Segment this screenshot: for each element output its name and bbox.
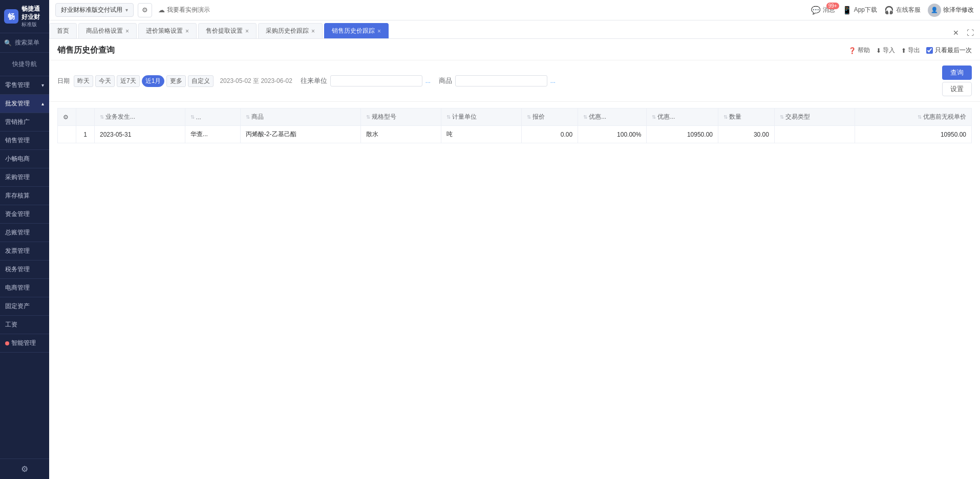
sidebar-item-fixed[interactable]: 固定资产: [0, 297, 49, 315]
last-only-checkbox[interactable]: [926, 47, 933, 54]
export-label: 导出: [908, 46, 920, 55]
tab-home[interactable]: 首页: [49, 23, 77, 38]
product-filter-group: 商品 ...: [439, 75, 556, 86]
help-link[interactable]: ❓ 帮助: [848, 46, 870, 55]
date-btn-today[interactable]: 今天: [95, 75, 115, 87]
sidebar-item-sales[interactable]: 销售管理: [0, 132, 49, 149]
messages-btn[interactable]: 💬 消息 99+: [811, 6, 835, 15]
window-close-btn[interactable]: ✕: [950, 27, 962, 38]
col-spec[interactable]: ⇅ 规格型号: [360, 108, 441, 126]
row-unit: 吨: [441, 126, 522, 143]
sidebar-item-inventory[interactable]: 库存核算: [0, 187, 49, 205]
sidebar-item-salary[interactable]: 工资: [0, 316, 49, 334]
col-dots-label: ...: [196, 114, 201, 121]
row-discount1: 100.00%: [578, 126, 647, 143]
version-selector[interactable]: 好业财标准版交付试用 ▾: [55, 3, 134, 17]
product-input[interactable]: [455, 75, 547, 86]
col-trade-type[interactable]: ⇅ 交易类型: [774, 108, 855, 126]
product-more-btn[interactable]: ...: [550, 77, 556, 84]
tab-price-extract[interactable]: 售价提取设置 ×: [198, 23, 257, 38]
demo-link[interactable]: ☁ 我要看实例演示: [158, 6, 210, 14]
sidebar-section-tax: 税务管理: [0, 260, 49, 279]
sidebar-settings[interactable]: ⚙: [0, 459, 49, 479]
sidebar-item-marketing[interactable]: 营销推广: [0, 113, 49, 131]
demo-icon: ☁: [158, 6, 165, 14]
sidebar-item-ecom-small[interactable]: 小畅电商: [0, 150, 49, 168]
sidebar-item-smart[interactable]: 智能管理: [0, 334, 49, 352]
date-btn-more[interactable]: 更多: [166, 75, 186, 87]
col-pretax[interactable]: ⇅ 优惠前无税单价: [855, 108, 972, 126]
sidebar-item-retail[interactable]: 零售管理 ▾: [0, 76, 49, 94]
last-only-label[interactable]: 只看最后一次: [926, 46, 972, 55]
date-btn-last7[interactable]: 近7天: [117, 75, 140, 87]
sales-label: 销售管理: [5, 136, 30, 145]
row-discount2: 10950.00: [647, 126, 718, 143]
import-link[interactable]: ⬇ 导入: [876, 46, 895, 55]
col-price[interactable]: ⇅ 报价: [522, 108, 578, 126]
quick-nav[interactable]: 快捷导航: [0, 53, 49, 76]
sidebar-section-finance: 资金管理: [0, 205, 49, 224]
tab-purchase-strategy[interactable]: 进价策略设置 ×: [138, 23, 197, 38]
window-maximize-btn[interactable]: ⛶: [965, 27, 976, 38]
sidebar-item-ledger[interactable]: 总账管理: [0, 224, 49, 242]
wholesale-label: 批发管理: [5, 99, 30, 108]
tab-price-settings[interactable]: 商品价格设置 ×: [78, 23, 137, 38]
date-buttons: 昨天 今天 近7天 近1月 更多 自定义: [74, 75, 214, 87]
sidebar-item-finance[interactable]: 资金管理: [0, 205, 49, 223]
search-menu[interactable]: 🔍 搜索菜单: [0, 33, 49, 53]
tab-purchase-history-close[interactable]: ×: [311, 28, 315, 34]
row-price: 0.00: [522, 126, 578, 143]
tab-price-settings-close[interactable]: ×: [125, 28, 129, 34]
col-discount2[interactable]: ⇅ 优惠...: [647, 108, 718, 126]
col-dots[interactable]: ⇅ ...: [185, 108, 240, 126]
sidebar-section-inventory: 库存核算: [0, 187, 49, 205]
sidebar-item-invoice[interactable]: 发票管理: [0, 242, 49, 260]
col-discount1[interactable]: ⇅ 优惠...: [578, 108, 647, 126]
sidebar-section-wholesale: 批发管理 ▴: [0, 95, 49, 113]
col-date[interactable]: ⇅ 业务发生...: [95, 108, 185, 126]
tab-sales-history-close[interactable]: ×: [377, 28, 381, 34]
col-product[interactable]: ⇅ 商品: [240, 108, 360, 126]
table-row[interactable]: 1 2023-05-31 华查... 丙烯酸-2-乙基己酯 散水 吨 0.00 …: [58, 126, 972, 143]
date-btn-yesterday[interactable]: 昨天: [74, 75, 93, 87]
page-header: 销售历史价查询 ❓ 帮助 ⬇ 导入 ⬆ 导出 只看最后一次: [49, 39, 980, 60]
query-button[interactable]: 查询: [942, 66, 972, 80]
sidebar-item-tax[interactable]: 税务管理: [0, 260, 49, 278]
sidebar-section-ledger: 总账管理: [0, 224, 49, 242]
tab-purchase-history[interactable]: 采购历史价跟踪 ×: [258, 23, 323, 38]
ecom-small-label: 小畅电商: [5, 155, 30, 163]
source-more-btn[interactable]: ...: [425, 77, 431, 84]
online-service-btn[interactable]: 🎧 在线客服: [884, 6, 921, 15]
user-info[interactable]: 👤 徐泽华修改: [928, 4, 974, 17]
col-gear[interactable]: ⚙: [58, 108, 76, 126]
sidebar-item-ecom[interactable]: 电商管理: [0, 279, 49, 297]
col-unit[interactable]: ⇅ 计量单位: [441, 108, 522, 126]
smart-label: 智能管理: [11, 339, 36, 347]
tab-purchase-strategy-close[interactable]: ×: [185, 28, 189, 34]
source-input[interactable]: [330, 75, 422, 86]
tab-sales-history[interactable]: 销售历史价跟踪 ×: [324, 23, 389, 38]
sidebar-item-wholesale[interactable]: 批发管理 ▴: [0, 95, 49, 113]
source-filter-group: 往来单位 ...: [301, 75, 431, 86]
version-label: 好业财标准版交付试用: [61, 6, 122, 14]
close-icon: ✕: [953, 29, 959, 37]
purchase-label: 采购管理: [5, 173, 30, 182]
quick-nav-item[interactable]: 快捷导航: [0, 56, 49, 73]
ecom-label: 电商管理: [5, 284, 30, 292]
app-download-btn[interactable]: 📱 App下载: [842, 6, 877, 15]
export-link[interactable]: ⬆ 导出: [901, 46, 920, 55]
date-range: 2023-05-02 至 2023-06-02: [220, 77, 292, 85]
sidebar-item-purchase[interactable]: 采购管理: [0, 168, 49, 186]
row-gear: [58, 126, 76, 143]
marketing-label: 营销推广: [5, 118, 30, 126]
tab-price-extract-close[interactable]: ×: [245, 28, 249, 34]
date-btn-last1m[interactable]: 近1月: [142, 75, 165, 87]
version-settings-btn[interactable]: ⚙: [138, 3, 152, 17]
row-pretax: 10950.00: [855, 126, 972, 143]
date-btn-custom[interactable]: 自定义: [188, 75, 214, 87]
user-avatar-icon: 👤: [931, 7, 938, 13]
row-seq: 1: [76, 126, 95, 143]
app-download-icon: 📱: [842, 6, 852, 15]
col-qty[interactable]: ⇅ 数量: [718, 108, 774, 126]
settings-button[interactable]: 设置: [942, 82, 972, 96]
